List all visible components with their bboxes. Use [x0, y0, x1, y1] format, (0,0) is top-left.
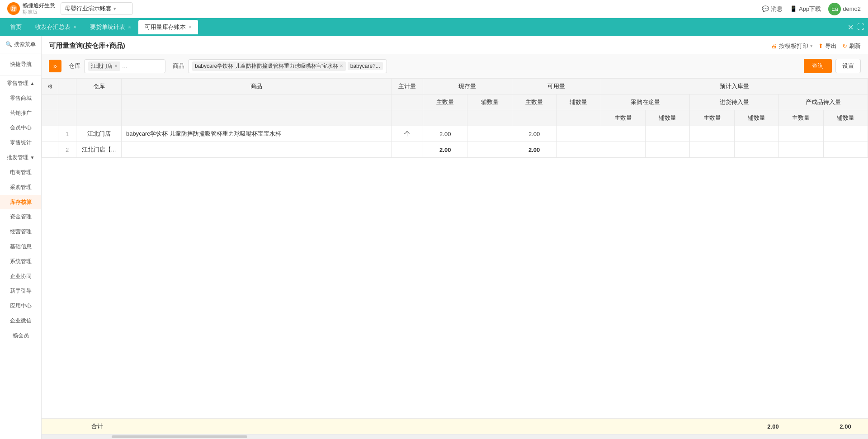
query-button[interactable]: 查询	[804, 59, 832, 73]
sidebar-search[interactable]: 🔍 搜索菜单	[0, 36, 41, 53]
print-template-label: 按模板打印	[779, 42, 808, 50]
sidebar-item-basic-info-label: 基础信息	[10, 243, 32, 250]
sidebar-item-basic-info[interactable]: 基础信息	[0, 239, 41, 254]
scrollbar-thumb[interactable]	[112, 435, 247, 438]
username: demo2	[843, 5, 861, 12]
td-avail-main-1: 2.00	[512, 126, 556, 142]
th-g3	[122, 110, 392, 126]
nav-tabs: 首页 收发存汇总表 × 要货单统计表 × 可用量库存账本 × ✕ ⛶	[0, 18, 868, 36]
sidebar-item-inventory-check-label: 库存核算	[10, 199, 32, 205]
avatar-text: Ea	[831, 6, 838, 12]
sidebar-item-finance-mgmt-label: 资金管理	[10, 213, 32, 220]
bottom-scrollbar[interactable]	[42, 434, 868, 439]
tab-order-stats[interactable]: 要货单统计表 ×	[84, 20, 137, 34]
sidebar-item-member-center[interactable]: 会员中心	[0, 120, 41, 135]
industry-selector[interactable]: 母婴行业演示账套 ▾	[61, 2, 133, 15]
export-label: 导出	[825, 42, 837, 50]
sidebar-item-app-center-label: 应用中心	[10, 302, 32, 309]
th-goods: 商品	[122, 79, 392, 94]
td-product-aux-2	[823, 142, 868, 158]
quick-nav-item[interactable]: 快捷导航	[0, 53, 41, 76]
sidebar-item-enterprise-collab[interactable]: 企业协同	[0, 269, 41, 284]
sidebar-item-ecommerce[interactable]: 电商管理	[0, 165, 41, 180]
th-stock-main: 主数量	[423, 94, 467, 110]
td-warehouse-1: 江北门店	[76, 126, 122, 142]
app-name: 畅捷通好生意	[23, 2, 55, 9]
tab-home[interactable]: 首页	[4, 20, 28, 34]
filter-bar: » 仓库 江北门店 × ... 商品	[42, 54, 868, 78]
th-avail-main: 主数量	[512, 94, 556, 110]
tab-order-stats-label: 要货单统计表	[90, 23, 125, 31]
message-button[interactable]: 💬 消息	[762, 5, 783, 13]
th-sa3	[467, 110, 512, 126]
message-icon: 💬	[762, 5, 769, 12]
table-row: 1 江北门店 babycare学饮杯 儿童防摔防撞吸管杯重力球吸嘴杯宝宝水杯 个…	[42, 126, 868, 142]
sidebar-item-operations-mgmt[interactable]: 经营管理	[0, 224, 41, 239]
goods-tag-1-text: babycare学饮杯 儿童防摔防撞吸管杯重力球吸嘴杯宝宝水杯	[195, 62, 338, 70]
sidebar-item-wholesale-mgmt[interactable]: 批发管理 ▼	[0, 150, 41, 165]
close-window-icon[interactable]: ✕	[848, 23, 854, 32]
settings-icon[interactable]: ⚙	[47, 83, 53, 90]
sidebar-item-marketing[interactable]: 营销推广	[0, 106, 41, 121]
sidebar-item-purchase-mgmt[interactable]: 采购管理	[0, 180, 41, 195]
sidebar-item-system-mgmt-label: 系统管理	[10, 258, 32, 264]
sidebar-item-marketing-label: 营销推广	[10, 110, 32, 116]
td-avail-aux-1	[557, 126, 601, 142]
tab-order-stats-close[interactable]: ×	[128, 24, 131, 30]
maximize-icon[interactable]: ⛶	[857, 23, 864, 31]
th-pt-main: 主数量	[601, 110, 645, 126]
setting-button[interactable]: 设置	[835, 59, 861, 73]
td-product-main-2	[779, 142, 823, 158]
tab-receipt-summary-close[interactable]: ×	[73, 24, 76, 30]
sidebar-item-retail-mgmt[interactable]: 零售管理 ▲	[0, 76, 41, 91]
td-stock-main-1: 2.00	[423, 126, 467, 142]
filter-toggle-button[interactable]: »	[49, 60, 61, 72]
warehouse-input[interactable]: 江北门店 × ...	[84, 59, 165, 73]
td-unit-1: 个	[392, 126, 423, 142]
td-unit-2	[392, 142, 423, 158]
user-profile[interactable]: Ea demo2	[828, 3, 861, 15]
warehouse-tag-remove[interactable]: ×	[114, 63, 118, 69]
top-bar-left: 好 畅捷通好生意 标准版 母婴行业演示账套 ▾	[7, 2, 133, 15]
th-pp-aux: 辅数量	[823, 110, 868, 126]
goods-input[interactable]: babycare学饮杯 儿童防摔防撞吸管杯重力球吸嘴杯宝宝水杯 × babyca…	[188, 59, 387, 73]
td-index-1: 1	[58, 126, 76, 142]
sidebar-search-label: 搜索菜单	[14, 41, 36, 47]
logo-text-group: 畅捷通好生意 标准版	[23, 2, 55, 15]
export-icon: ⬆	[818, 42, 823, 49]
sidebar-item-app-center[interactable]: 应用中心	[0, 298, 41, 313]
goods-tag-1-remove[interactable]: ×	[340, 63, 343, 69]
print-template-button[interactable]: 🖨 按模板打印 ▾	[771, 42, 813, 50]
sidebar-item-quick-nav[interactable]: 快捷导航	[0, 57, 41, 72]
tab-available-ledger[interactable]: 可用量库存账本 ×	[138, 20, 198, 34]
export-button[interactable]: ⬆ 导出	[818, 42, 837, 50]
tab-receipt-summary[interactable]: 收发存汇总表 ×	[29, 20, 83, 34]
th-rownum-sub	[58, 94, 76, 110]
more-filter-icon[interactable]: ...	[122, 62, 127, 70]
sidebar-item-system-mgmt[interactable]: 系统管理	[0, 254, 41, 269]
th-warehouse: 仓库	[76, 79, 122, 94]
th-ip-main: 主数量	[690, 110, 734, 126]
sidebar-item-enterprise-wechat[interactable]: 企业微信	[0, 313, 41, 328]
sidebar-item-vip-member[interactable]: 畅会员	[0, 328, 41, 343]
th-aa3	[557, 110, 601, 126]
th-row-num	[58, 79, 76, 94]
app-download-button[interactable]: 📱 App下载	[790, 5, 821, 13]
warehouse-tag: 江北门店 ×	[88, 61, 120, 71]
sidebar-item-retail-mall[interactable]: 零售商城	[0, 91, 41, 106]
sidebar-item-new-guide[interactable]: 新手引导	[0, 283, 41, 298]
sidebar-item-retail-stats[interactable]: 零售统计	[0, 135, 41, 150]
goods-tag-2: babycare?...	[348, 62, 383, 70]
table-container: ⚙ 仓库 商品 主计量 现存量 可用量 预计入库量	[42, 78, 868, 418]
sidebar-item-finance-mgmt[interactable]: 资金管理	[0, 209, 41, 224]
th-settings-sub	[42, 94, 58, 110]
td-settings	[42, 126, 58, 142]
th-s3	[42, 110, 58, 126]
th-u3	[392, 110, 423, 126]
tab-available-ledger-close[interactable]: ×	[189, 24, 192, 30]
th-stock-aux: 辅数量	[467, 94, 512, 110]
data-table: ⚙ 仓库 商品 主计量 现存量 可用量 预计入库量	[42, 78, 868, 158]
sidebar-item-inventory-check[interactable]: 库存核算	[0, 195, 41, 210]
refresh-button[interactable]: ↻ 刷新	[842, 42, 861, 50]
th-pp-main: 主数量	[779, 110, 823, 126]
